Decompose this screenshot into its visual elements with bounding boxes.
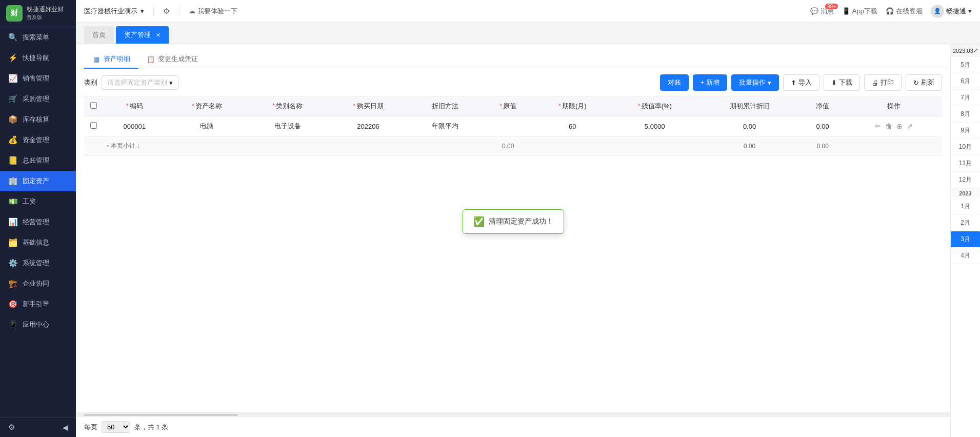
refresh-button[interactable]: ↻ 刷新 bbox=[906, 74, 942, 91]
sidebar-item-corp[interactable]: 🏗️ 企业协同 bbox=[0, 273, 76, 294]
table-header-row: *编码 *资产名称 *类别名称 *购买日期 折旧方法 *原值 *期限(月) *残… bbox=[84, 96, 942, 116]
calendar-panel: 2023.03 ⤢ ✕ 5月 6月 7月 8月 9月 10月 11月 12月 2… bbox=[950, 44, 980, 437]
sidebar-item-guide[interactable]: 🎯 新手引导 bbox=[0, 294, 76, 314]
row-residual-rate: 5.0000 bbox=[610, 116, 699, 136]
subtotal-row: ▪ 本页小计： 0.00 0.00 0.00 bbox=[84, 136, 942, 156]
header-actions: 操作 bbox=[845, 96, 942, 116]
company-selector[interactable]: 医疗器械行业演示 ▾ bbox=[84, 7, 144, 16]
asset-table-wrap: *编码 *资产名称 *类别名称 *购买日期 折旧方法 *原值 *期限(月) *残… bbox=[76, 96, 950, 412]
total-count: 条，共 1 条 bbox=[134, 423, 168, 432]
sidebar-item-ops[interactable]: 📊 经营管理 bbox=[0, 212, 76, 232]
ledger-icon: 📒 bbox=[8, 156, 17, 165]
sub-tab-change-voucher[interactable]: 📋 变更生成凭证 bbox=[138, 50, 206, 69]
corp-icon: 🏗️ bbox=[8, 279, 17, 288]
sidebar-item-basic[interactable]: 🗂️ 基础信息 bbox=[0, 232, 76, 253]
calendar-header: 2023.03 ⤢ ✕ bbox=[951, 44, 980, 57]
topbar-divider2 bbox=[179, 6, 179, 16]
more-icon[interactable]: ↗ bbox=[907, 122, 913, 130]
subtotal-original-value: 0.00 bbox=[482, 136, 534, 156]
message-icon: 💬 bbox=[810, 7, 818, 15]
tab-home[interactable]: 首页 bbox=[84, 26, 114, 44]
per-page-label: 每页 bbox=[84, 423, 97, 432]
cal-item-2023-2[interactable]: 2月 bbox=[951, 215, 980, 231]
sidebar-menu: 🔍 搜索菜单 ⚡ 快捷导航 📈 销售管理 🛒 采购管理 📦 库存核算 💰 资金管… bbox=[0, 27, 76, 417]
asset-table: *编码 *资产名称 *类别名称 *购买日期 折旧方法 *原值 *期限(月) *残… bbox=[84, 96, 942, 156]
row-depreciation: 年限平均 bbox=[409, 116, 482, 136]
reconcile-button[interactable]: 对账 bbox=[660, 74, 689, 91]
action-icons: ✏ 🗑 ⊕ ↗ bbox=[849, 122, 938, 130]
sidebar-item-salary[interactable]: 💵 工资 bbox=[0, 191, 76, 212]
collapse-button[interactable]: ◀ bbox=[63, 424, 68, 431]
cal-item-5[interactable]: 5月 bbox=[951, 57, 980, 73]
sidebar-item-quicknav[interactable]: ⚡ 快捷导航 bbox=[0, 48, 76, 68]
sub-tab-asset-detail[interactable]: ▦ 资产明细 bbox=[84, 50, 138, 69]
cal-item-2023-3[interactable]: 3月 bbox=[951, 231, 980, 248]
settings-gear-icon[interactable]: ⚙ bbox=[8, 423, 15, 432]
cal-item-11[interactable]: 11月 bbox=[951, 155, 980, 172]
service-icon: 🎧 bbox=[886, 7, 894, 15]
sidebar-item-inventory[interactable]: 📦 库存核算 bbox=[0, 109, 76, 130]
header-checkbox-col bbox=[84, 96, 103, 116]
row-category: 电子设备 bbox=[247, 116, 328, 136]
calendar-header-label: 2023.03 bbox=[953, 48, 973, 54]
search-icon: 🔍 bbox=[8, 33, 17, 42]
category-label: 类别 bbox=[84, 78, 97, 87]
tab-assets-mgmt[interactable]: 资产管理 ✕ bbox=[116, 26, 169, 44]
row-name: 电脑 bbox=[167, 116, 247, 136]
category-filter[interactable]: 请选择固定资产类别 ▾ bbox=[102, 75, 178, 90]
delete-icon[interactable]: 🗑 bbox=[885, 122, 892, 130]
scrollbar-thumb[interactable] bbox=[84, 414, 238, 416]
sidebar-item-ledger[interactable]: 📒 总账管理 bbox=[0, 150, 76, 171]
toast-check-icon: ✅ bbox=[473, 216, 485, 227]
download-icon: 📱 bbox=[842, 7, 850, 15]
header-net-value: 净值 bbox=[800, 96, 845, 116]
calendar-expand-icon[interactable]: ⤢ bbox=[973, 47, 978, 54]
company-dropdown-icon: ▾ bbox=[141, 7, 144, 15]
sidebar-item-funds[interactable]: 💰 资金管理 bbox=[0, 130, 76, 150]
topbar-gear-icon[interactable]: ⚙ bbox=[163, 7, 170, 16]
cal-item-6[interactable]: 6月 bbox=[951, 73, 980, 90]
sub-tabs: ▦ 资产明细 📋 变更生成凭证 bbox=[76, 44, 950, 69]
print-button[interactable]: 🖨 打印 bbox=[864, 74, 902, 91]
batch-dropdown-icon: ▾ bbox=[768, 79, 771, 87]
download-button[interactable]: ⬇ 下载 bbox=[824, 74, 860, 91]
calendar-items: 5月 6月 7月 8月 9月 10月 11月 12月 2023 1月 2月 3月… bbox=[951, 57, 980, 437]
appstore-icon: 📱 bbox=[8, 320, 17, 329]
cal-item-9[interactable]: 9月 bbox=[951, 123, 980, 139]
edit-icon[interactable]: ✏ bbox=[875, 122, 881, 130]
import-button[interactable]: ⬆ 导入 bbox=[783, 74, 819, 91]
tab-close-icon[interactable]: ✕ bbox=[156, 32, 161, 38]
sidebar-item-search[interactable]: 🔍 搜索菜单 bbox=[0, 27, 76, 48]
row-code: 000001 bbox=[103, 116, 167, 136]
cal-item-8[interactable]: 8月 bbox=[951, 106, 980, 123]
import-icon: ⬆ bbox=[791, 79, 796, 87]
basic-icon: 🗂️ bbox=[8, 238, 17, 247]
row-checkbox[interactable] bbox=[90, 122, 97, 129]
experience-button[interactable]: ☁ 我要体验一下 bbox=[189, 7, 237, 16]
cal-item-12[interactable]: 12月 bbox=[951, 172, 980, 188]
new-button[interactable]: + 新增 bbox=[693, 74, 727, 91]
sidebar-item-assets[interactable]: 🏢 固定资产 bbox=[0, 171, 76, 191]
messages-button[interactable]: 💬 消息 99+ bbox=[810, 7, 834, 16]
sidebar: 财 畅捷通好业财 普及版 🔍 搜索菜单 ⚡ 快捷导航 📈 销售管理 🛒 采购管理… bbox=[0, 0, 76, 437]
sidebar-item-sales[interactable]: 📈 销售管理 bbox=[0, 68, 76, 89]
sidebar-item-system[interactable]: ⚙️ 系统管理 bbox=[0, 253, 76, 273]
cal-item-7[interactable]: 7月 bbox=[951, 90, 980, 106]
quicknav-icon: ⚡ bbox=[8, 53, 17, 63]
header-purchase-date: *购买日期 bbox=[328, 96, 408, 116]
experience-icon: ☁ bbox=[189, 7, 195, 15]
user-menu[interactable]: 👤 畅捷通 ▾ bbox=[931, 5, 972, 18]
cal-item-2023-4[interactable]: 4月 bbox=[951, 248, 980, 264]
sidebar-item-purchase[interactable]: 🛒 采购管理 bbox=[0, 89, 76, 109]
batch-ops-button[interactable]: 批量操作 ▾ bbox=[731, 74, 779, 91]
horizontal-scrollbar[interactable] bbox=[76, 412, 950, 416]
cal-item-2023-1[interactable]: 1月 bbox=[951, 198, 980, 215]
sidebar-item-appstore[interactable]: 📱 应用中心 bbox=[0, 314, 76, 335]
cal-item-10[interactable]: 10月 bbox=[951, 139, 980, 155]
app-download-button[interactable]: 📱 App下载 bbox=[842, 7, 877, 16]
select-all-checkbox[interactable] bbox=[90, 102, 97, 109]
online-service-button[interactable]: 🎧 在线客服 bbox=[886, 7, 923, 16]
copy-icon[interactable]: ⊕ bbox=[896, 122, 903, 130]
main-area: 医疗器械行业演示 ▾ ⚙ ☁ 我要体验一下 💬 消息 99+ 📱 App下载 🎧… bbox=[76, 0, 980, 437]
per-page-select[interactable]: 50 100 bbox=[102, 421, 130, 433]
